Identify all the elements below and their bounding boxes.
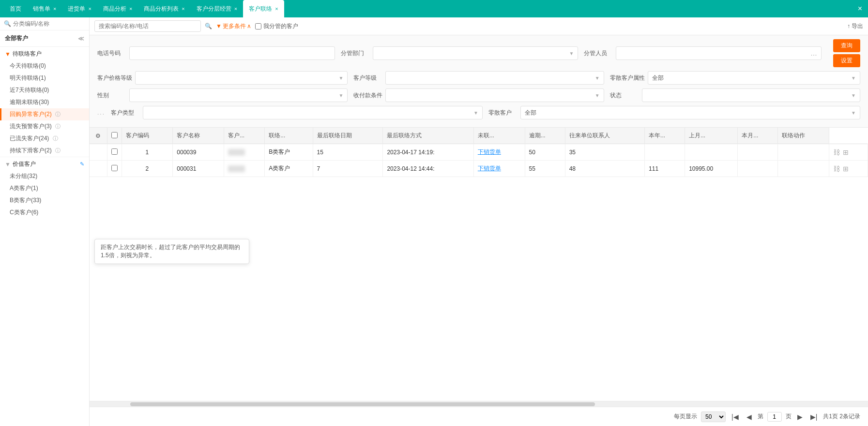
row2-no: 2 (122, 161, 173, 177)
page-number-input[interactable] (767, 412, 782, 422)
first-page-button[interactable]: |◀ (730, 412, 741, 422)
value-arrow-icon: ▼ (5, 161, 11, 168)
nav-item-customer-management[interactable]: 客户分层经营 × (191, 0, 243, 17)
my-customers-checkbox[interactable] (255, 23, 261, 29)
settings-button[interactable]: 设置 (833, 54, 860, 67)
row2-checkbox[interactable] (107, 161, 122, 177)
retail-attr-input[interactable]: 全部 ▼ (648, 71, 860, 85)
phone-input[interactable] (129, 46, 335, 60)
row1-select-checkbox[interactable] (111, 148, 118, 155)
horizontal-scrollbar[interactable] (90, 401, 868, 407)
nav-close-product-analysis[interactable]: × (129, 6, 132, 12)
gender-input[interactable]: ▼ (129, 88, 348, 102)
declining-help-icon[interactable]: ⓘ (55, 147, 61, 153)
sidebar-item-c-class[interactable]: C类客户(6) (0, 206, 89, 219)
nav-item-customer-contact[interactable]: 客户联络 × (243, 0, 284, 17)
close-all-button[interactable]: × (858, 4, 862, 13)
sidebar-collapse-icon[interactable]: ≪ (78, 35, 84, 42)
filter-icon: ▼ (216, 23, 222, 29)
customer-type-input[interactable]: ▼ (143, 106, 483, 119)
sidebar-item-a-class[interactable]: A类客户(1) (0, 182, 89, 194)
sidebar-item-overdue[interactable]: 逾期未联络(30) (0, 96, 89, 108)
row2-select-checkbox[interactable] (111, 165, 118, 171)
sidebar-item-tomorrow[interactable]: 明天待联络(1) (0, 72, 89, 84)
status-arrow: ▼ (851, 93, 856, 98)
dept-input[interactable]: ▼ (373, 46, 579, 60)
sidebar-value-section[interactable]: ▼ 价值客户 ✎ (0, 157, 89, 170)
row2-uncontacted: 55 (525, 161, 565, 177)
more-conditions-button[interactable]: ▼ 更多条件 ∧ (216, 22, 251, 30)
row2-this-month (778, 161, 829, 177)
nav-item-product-analysis[interactable]: 商品分析 × (97, 0, 138, 17)
row2-link-icon[interactable]: ⛓ (833, 165, 840, 173)
filter-customer-grade: 客户等级 ▼ (353, 71, 604, 85)
lost-help-icon[interactable]: ⓘ (53, 135, 58, 141)
row2-last-month (738, 161, 778, 177)
row2-code: 000031 (173, 161, 224, 177)
search-button[interactable]: 🔍 (205, 23, 212, 29)
row1-checkbox[interactable] (107, 144, 122, 161)
next-page-button[interactable]: ▶ (795, 412, 805, 422)
sidebar-item-7days[interactable]: 近7天待联络(0) (0, 84, 89, 96)
filter-gender: 性别 ▼ (97, 88, 348, 102)
nav-item-purchase[interactable]: 进货单 × (62, 0, 97, 17)
sidebar-item-today[interactable]: 今天待联络(0) (0, 60, 89, 72)
sidebar-all-customers[interactable]: 全部客户 ≪ (0, 30, 89, 47)
col-this-month: 本月... (738, 128, 778, 144)
repurchase-help-icon[interactable]: ⓘ (55, 111, 61, 117)
last-page-button[interactable]: ▶| (808, 412, 820, 422)
payment-input[interactable]: ▼ (385, 88, 604, 102)
price-grade-label: 客户价格等级 (97, 74, 132, 82)
search-input[interactable] (94, 20, 201, 32)
sidebar-item-declining[interactable]: 持续下滑客户(2) ⓘ (0, 145, 89, 157)
my-customers-checkbox-label[interactable]: 我分管的客户 (255, 22, 298, 30)
nav-close-customer-contact[interactable]: × (275, 6, 278, 12)
sidebar-search-icon[interactable]: 🔍 (4, 20, 11, 27)
row2-settings (90, 161, 107, 177)
select-all-checkbox[interactable] (111, 132, 118, 138)
row1-this-year (685, 144, 738, 161)
edit-value-icon[interactable]: ✎ (80, 161, 84, 167)
sidebar-item-b-class[interactable]: B类客户(33) (0, 194, 89, 206)
sidebar-search-input[interactable] (13, 20, 86, 27)
nav-item-product-analysis-list[interactable]: 商品分析列表 × (138, 0, 190, 17)
price-grade-input[interactable]: ▼ (135, 71, 348, 85)
nav-item-sales[interactable]: 销售单 × (27, 0, 62, 17)
advanced-filter: 电话号码 分管部门 ▼ 分管人员 … 查询 设置 (90, 35, 868, 128)
col-this-year: 本年... (645, 128, 685, 144)
sidebar-item-loss-warning[interactable]: 流失预警客户(3) ⓘ (0, 120, 89, 132)
row1-customer-type: B类客户 (265, 144, 313, 161)
row1-last-contact-date: 2023-04-17 14:19: (383, 144, 473, 161)
row1-overdue: 35 (565, 144, 644, 161)
scrollbar-thumb[interactable] (130, 402, 595, 406)
nav-close-purchase[interactable]: × (88, 6, 91, 12)
sidebar-pending-section[interactable]: ▼ 待联络客户 (0, 47, 89, 60)
prev-page-button[interactable]: ◀ (745, 412, 754, 422)
row1-link-icon[interactable]: ⛓ (833, 148, 840, 156)
sidebar-item-ungrouped[interactable]: 未分组(32) (0, 170, 89, 182)
person-more[interactable]: … (810, 49, 817, 57)
retail-customer-input[interactable]: 全部 ▼ (520, 106, 860, 119)
nav-close-customer-management[interactable]: × (234, 6, 237, 12)
more-dots: ... (97, 109, 105, 116)
col-settings[interactable]: ⚙ (90, 128, 107, 144)
row1-last-contact-method: 下销货单 (473, 144, 525, 161)
loss-warning-help-icon[interactable]: ⓘ (55, 123, 61, 129)
nav-close-sales[interactable]: × (53, 6, 56, 12)
nav-close-product-analysis-list[interactable]: × (182, 6, 184, 12)
sidebar-item-repurchase-abnormal[interactable]: 回购异常客户(2) ⓘ (0, 108, 89, 120)
export-button[interactable]: ↑ 导出 (847, 22, 863, 30)
col-last-contact-method: 最后联络方式 (383, 128, 473, 144)
customer-grade-input[interactable]: ▼ (385, 71, 604, 85)
status-input[interactable]: ▼ (642, 88, 860, 102)
per-page-select[interactable]: 50 20 100 (701, 411, 726, 422)
row2-grid-icon[interactable]: ⊞ (843, 165, 849, 173)
row1-last-month (738, 144, 778, 161)
person-input[interactable]: … (616, 46, 822, 60)
sidebar-item-lost[interactable]: 已流失客户(24) ⓘ (0, 132, 89, 145)
dept-label: 分管部门 (341, 49, 370, 58)
col-checkbox (107, 128, 122, 144)
query-button[interactable]: 查询 (833, 39, 860, 52)
nav-item-home[interactable]: 首页 (4, 0, 27, 17)
row1-grid-icon[interactable]: ⊞ (843, 148, 849, 156)
